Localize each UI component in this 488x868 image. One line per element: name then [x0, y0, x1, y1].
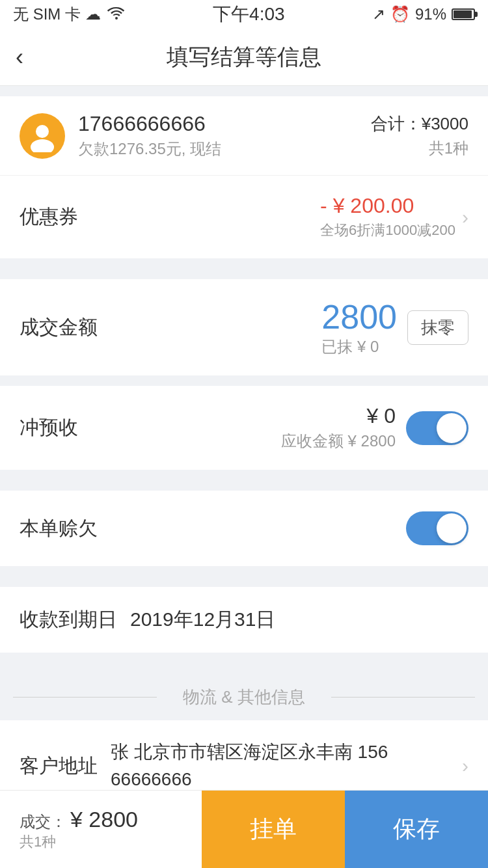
- section-divider-3: [0, 480, 488, 491]
- section-divider-5: [0, 663, 488, 673]
- chong-label: 冲预收: [20, 414, 78, 441]
- coupon-chevron-icon: ›: [462, 206, 468, 228]
- user-info-row: 17666666666 欠款1276.35元, 现结 合计：¥3000 共1种: [0, 96, 488, 175]
- status-bar: 无 SIM 卡 ☁ 下午4:03 ↗ ⏰ 91%: [0, 0, 488, 29]
- user-left: 17666666666 欠款1276.35元, 现结: [20, 112, 221, 159]
- user-phone: 17666666666: [78, 112, 221, 136]
- status-right: ↗ ⏰ 91%: [372, 5, 475, 23]
- bensdan-row: 本单赊欠: [0, 491, 488, 566]
- footer-amount: ¥ 2800: [70, 807, 138, 832]
- logistics-label: 物流 & 其他信息: [183, 686, 305, 709]
- address-value: 张 北京市市辖区海淀区永丰南 156 66666666: [111, 739, 462, 793]
- coupon-right: - ¥ 200.00 全场6折满1000减200 ›: [320, 194, 468, 240]
- round-btn[interactable]: 抹零: [407, 310, 468, 345]
- toggle-knob: [437, 413, 467, 443]
- coupon-label: 优惠券: [20, 204, 78, 230]
- logistics-section-label: 物流 & 其他信息: [0, 673, 488, 720]
- status-left: 无 SIM 卡 ☁: [13, 4, 126, 25]
- footer-buttons: 挂单 保存: [202, 791, 488, 868]
- footer-sub: 共1种: [20, 832, 182, 852]
- divider-line-right: [331, 697, 475, 698]
- amount-number: 2800: [321, 297, 397, 336]
- wifi-icon: [107, 5, 126, 23]
- battery-percent: 91%: [415, 5, 446, 23]
- chong-right: ¥ 0 应收金额 ¥ 2800: [281, 404, 468, 452]
- footer-label-row: 成交： ¥ 2800: [20, 807, 182, 832]
- section-divider-4: [0, 576, 488, 587]
- svg-point-0: [36, 125, 49, 138]
- alarm-icon: ⏰: [390, 5, 410, 23]
- avatar: [20, 113, 65, 159]
- sim-status: 无 SIM 卡 ☁: [13, 4, 101, 25]
- footer: 成交： ¥ 2800 共1种 挂单 保存: [0, 790, 488, 868]
- chong-sub: 应收金额 ¥ 2800: [281, 431, 396, 452]
- duedate-value: 2019年12月31日: [130, 606, 275, 633]
- status-time: 下午4:03: [213, 2, 285, 27]
- bensdan-label: 本单赊欠: [20, 515, 98, 542]
- bensdan-toggle-knob: [437, 513, 467, 543]
- footer-info: 成交： ¥ 2800 共1种: [0, 807, 202, 852]
- svg-point-1: [31, 139, 54, 152]
- total-label: 合计：¥3000: [371, 113, 468, 135]
- battery-icon: [452, 8, 475, 20]
- total-count: 共1种: [371, 138, 468, 159]
- amount-label: 成交金额: [20, 314, 98, 341]
- chong-amounts: ¥ 0 应收金额 ¥ 2800: [281, 404, 396, 452]
- page-title: 填写结算等信息: [167, 42, 321, 72]
- amount-sub: 已抹 ¥ 0: [321, 336, 397, 357]
- user-total: 合计：¥3000 共1种: [371, 113, 468, 159]
- section-divider-2: [0, 375, 488, 386]
- amount-value-area: 2800 已抹 ¥ 0 抹零: [321, 297, 468, 357]
- hang-button[interactable]: 挂单: [202, 791, 345, 868]
- deal-amount-row: 成交金额 2800 已抹 ¥ 0 抹零: [20, 279, 468, 375]
- chong-toggle[interactable]: [406, 411, 468, 445]
- save-button[interactable]: 保存: [345, 791, 488, 868]
- address-label: 客户地址: [20, 753, 98, 780]
- bensdan-toggle[interactable]: [406, 511, 468, 545]
- duedate-row: 收款到期日 2019年12月31日: [0, 587, 488, 653]
- divider-line-left: [13, 697, 157, 698]
- coupon-desc: 全场6折满1000减200: [320, 221, 455, 240]
- location-icon: ↗: [372, 5, 385, 23]
- chong-zero: ¥ 0: [281, 404, 396, 428]
- user-subtext: 欠款1276.35元, 现结: [78, 139, 221, 159]
- nav-bar: ‹ 填写结算等信息: [0, 29, 488, 86]
- coupon-discount: - ¥ 200.00: [320, 194, 455, 218]
- footer-deal-label: 成交：: [20, 811, 66, 832]
- duedate-label: 收款到期日: [20, 606, 117, 633]
- section-divider-1: [0, 269, 488, 279]
- amount-section: 成交金额 2800 已抹 ¥ 0 抹零: [0, 279, 488, 375]
- address-chevron-icon: ›: [462, 755, 468, 777]
- user-details: 17666666666 欠款1276.35元, 现结: [78, 112, 221, 159]
- back-button[interactable]: ‹: [16, 44, 23, 71]
- coupon-row[interactable]: 优惠券 - ¥ 200.00 全场6折满1000减200 ›: [0, 175, 488, 258]
- chong-row: 冲预收 ¥ 0 应收金额 ¥ 2800: [0, 386, 488, 470]
